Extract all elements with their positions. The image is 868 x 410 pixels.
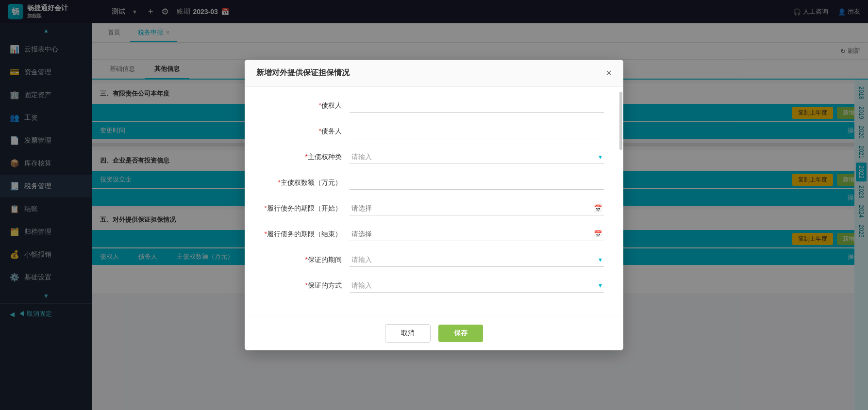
dialog-footer: 取消 保存 — [245, 316, 623, 350]
dialog-overlay: 新增对外提供保证担保情况 × *债权人 *债务人 — [0, 0, 868, 410]
label-guarantee-method: *保证的方式 — [264, 281, 342, 290]
select-wrapper-debt-type: 请输入 ▾ — [350, 150, 604, 164]
select-debt-type[interactable]: 请输入 — [350, 150, 604, 164]
form-row-debtor: *债务人 — [264, 124, 604, 138]
dialog-body: *债权人 *债务人 *主债权种类 请输入 — [245, 87, 623, 316]
form-row-guarantee-period: *保证的期间 请输入 ▾ — [264, 253, 604, 267]
form-row-creditor: *债权人 — [264, 98, 604, 113]
calendar-end-icon[interactable]: 📅 — [594, 230, 602, 238]
form-row-debt-amount: *主债权数额（万元） — [264, 176, 604, 190]
select-wrapper-guarantee-period: 请输入 ▾ — [350, 253, 604, 267]
form-row-guarantee-method: *保证的方式 请输入 ▾ — [264, 279, 604, 293]
input-period-end[interactable] — [350, 227, 604, 241]
input-debt-amount[interactable] — [350, 176, 604, 190]
save-button[interactable]: 保存 — [438, 325, 483, 342]
dialog-header: 新增对外提供保证担保情况 × — [245, 60, 623, 87]
input-debtor[interactable] — [350, 124, 604, 138]
dialog-scrollbar[interactable] — [619, 92, 622, 150]
form-row-debt-type: *主债权种类 请输入 ▾ — [264, 150, 604, 164]
dialog-title: 新增对外提供保证担保情况 — [256, 68, 350, 78]
select-guarantee-method[interactable]: 请输入 — [350, 279, 604, 292]
label-period-start: *履行债务的期限（开始） — [264, 204, 342, 213]
calendar-start-icon[interactable]: 📅 — [594, 204, 602, 212]
label-debt-amount: *主债权数额（万元） — [264, 179, 342, 187]
input-period-start[interactable] — [350, 201, 604, 215]
date-wrapper-start: 📅 — [350, 201, 604, 215]
label-debt-type: *主债权种类 — [264, 153, 342, 162]
select-wrapper-guarantee-method: 请输入 ▾ — [350, 279, 604, 293]
cancel-button[interactable]: 取消 — [385, 324, 431, 343]
label-creditor: *债权人 — [264, 101, 342, 110]
label-debtor: *债务人 — [264, 127, 342, 136]
form-row-period-end: *履行债务的期限（结束） 📅 — [264, 227, 604, 241]
label-period-end: *履行债务的期限（结束） — [264, 230, 342, 239]
dialog-close-button[interactable]: × — [606, 67, 612, 79]
input-creditor[interactable] — [350, 98, 604, 113]
label-guarantee-period: *保证的期间 — [264, 256, 342, 264]
form-row-period-start: *履行债务的期限（开始） 📅 — [264, 201, 604, 215]
select-guarantee-period[interactable]: 请输入 — [350, 253, 604, 266]
dialog: 新增对外提供保证担保情况 × *债权人 *债务人 — [245, 60, 623, 350]
date-wrapper-end: 📅 — [350, 227, 604, 241]
